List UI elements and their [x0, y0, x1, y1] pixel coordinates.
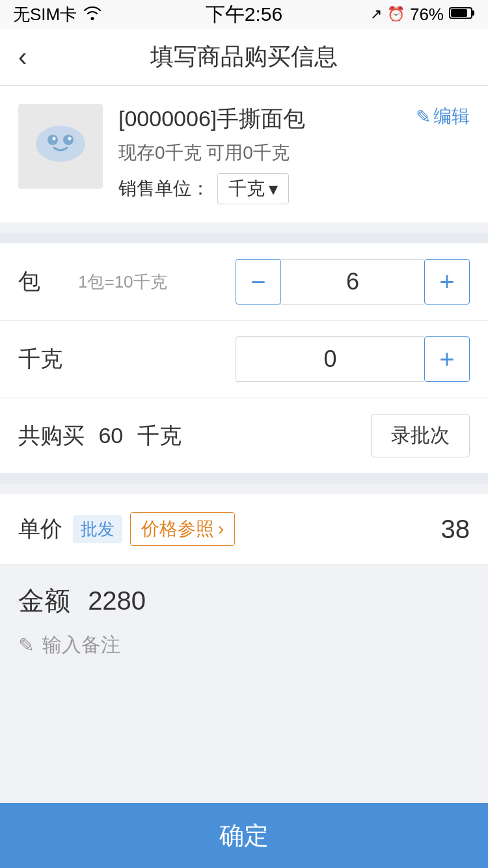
svg-point-5 [63, 135, 74, 145]
price-ref-button[interactable]: 价格参照 › [130, 512, 235, 546]
kg-row: 千克 0 + [0, 321, 488, 398]
kg-plus-icon: + [439, 345, 454, 374]
kg-plus-button[interactable]: + [424, 336, 470, 382]
total-label: 共购买 60 千克 [18, 421, 182, 451]
price-label: 单价 [18, 514, 62, 544]
product-logo [34, 124, 87, 169]
dropdown-icon: ▾ [269, 178, 278, 200]
pack-minus-button[interactable]: − [236, 259, 281, 305]
amount-value: 2280 [88, 586, 146, 615]
minus-icon: − [251, 267, 265, 297]
pencil-icon: ✎ [18, 634, 34, 657]
amount-row: 金额 2280 [18, 583, 470, 619]
product-card: [0000006]手撕面包 ✎ 编辑 现存0千克 可用0千克 销售单位： 千克 … [0, 86, 488, 223]
total-prefix: 共购买 [18, 423, 85, 448]
unit-value: 千克 [228, 176, 265, 201]
status-right: ↗ ⏰ 76% [370, 5, 475, 25]
edit-icon: ✎ [416, 106, 431, 128]
product-name-row: [0000006]手撕面包 ✎ 编辑 [118, 104, 470, 134]
amount-label: 金额 [18, 586, 70, 615]
edit-button[interactable]: ✎ 编辑 [416, 104, 470, 129]
kg-controls: 0 + [236, 336, 470, 382]
price-ref-icon: › [218, 519, 224, 539]
svg-point-4 [47, 135, 58, 145]
bottom-spacer [0, 666, 488, 744]
edit-label: 编辑 [433, 104, 470, 129]
note-placeholder: 输入备注 [42, 632, 120, 658]
pack-plus-button[interactable]: + [424, 259, 470, 305]
pack-row: 包 1包=10千克 − 6 + [0, 243, 488, 321]
price-tag: 批发 [73, 515, 122, 543]
carrier-label: 无SIM卡 [13, 3, 77, 26]
product-name: [0000006]手撕面包 [118, 104, 305, 134]
back-button[interactable]: ‹ [18, 42, 27, 72]
status-time: 下午2:56 [206, 1, 282, 28]
confirm-button[interactable]: 确定 [0, 803, 488, 868]
unit-select[interactable]: 千克 ▾ [217, 173, 289, 204]
pack-label: 包 [18, 267, 70, 297]
batch-label: 录批次 [391, 424, 450, 446]
total-unit: 千克 [137, 423, 182, 448]
amount-section: 金额 2280 ✎ 输入备注 [0, 565, 488, 666]
kg-value-display[interactable]: 0 [236, 336, 424, 382]
product-image [18, 104, 103, 189]
product-info: [0000006]手撕面包 ✎ 编辑 现存0千克 可用0千克 销售单位： 千克 … [118, 104, 470, 204]
kg-label: 千克 [18, 344, 70, 374]
location-icon: ↗ [370, 6, 382, 23]
battery-label: 76% [410, 5, 444, 25]
status-left: 无SIM卡 [13, 3, 102, 26]
separator-1 [0, 233, 488, 243]
alarm-icon: ⏰ [387, 6, 405, 23]
pack-value-display[interactable]: 6 [281, 259, 424, 305]
wifi-icon [83, 5, 102, 25]
pack-hint: 1包=10千克 [78, 271, 236, 293]
battery-icon [449, 5, 475, 25]
product-unit-row: 销售单位： 千克 ▾ [118, 173, 470, 204]
status-bar: 无SIM卡 下午2:56 ↗ ⏰ 76% [0, 0, 488, 29]
price-section: 单价 批发 价格参照 › 38 [0, 494, 488, 565]
plus-icon: + [439, 267, 454, 297]
note-row[interactable]: ✎ 输入备注 [18, 632, 470, 658]
pack-value: 6 [346, 268, 359, 295]
confirm-label: 确定 [219, 819, 269, 852]
price-value: 38 [441, 515, 470, 544]
price-ref-label: 价格参照 [141, 517, 214, 541]
total-amount: 60 [98, 423, 123, 448]
svg-point-7 [68, 137, 72, 140]
pack-controls: − 6 + [236, 259, 470, 305]
nav-title: 填写商品购买信息 [150, 41, 338, 73]
total-row: 共购买 60 千克 录批次 [0, 398, 488, 473]
svg-rect-2 [451, 9, 467, 17]
kg-value: 0 [323, 346, 336, 373]
svg-point-3 [36, 126, 85, 162]
quantity-section: 包 1包=10千克 − 6 + 千克 0 + [0, 243, 488, 398]
price-row: 单价 批发 价格参照 › 38 [0, 494, 488, 565]
product-stock: 现存0千克 可用0千克 [118, 141, 470, 165]
svg-point-6 [53, 137, 56, 140]
svg-rect-1 [472, 10, 474, 16]
separator-2 [0, 473, 488, 483]
nav-bar: ‹ 填写商品购买信息 [0, 29, 488, 86]
unit-label: 销售单位： [118, 176, 210, 201]
batch-button[interactable]: 录批次 [371, 414, 470, 457]
